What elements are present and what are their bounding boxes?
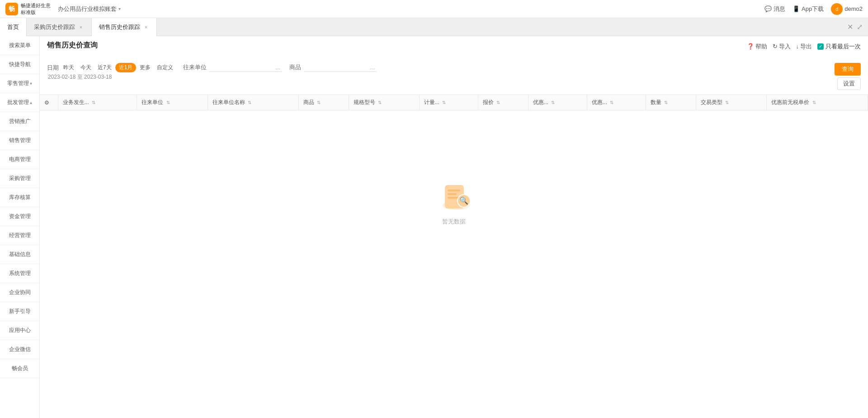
- empty-state: 🔍 暂无数据: [40, 110, 868, 291]
- col-biz-date[interactable]: 业务发生... ⇅: [58, 95, 137, 110]
- table-container: ⚙ 业务发生... ⇅ 往来单位 ⇅ 往来单位名称 ⇅: [40, 95, 868, 418]
- sidebar-item-retail-mgmt[interactable]: 零售管理 ▾: [0, 74, 39, 93]
- svg-rect-4: [448, 197, 458, 199]
- supplier-dots[interactable]: ...: [275, 64, 280, 71]
- download-icon: 📱: [793, 5, 800, 12]
- content-area: 销售历史价查询 ❓ 帮助 ↻ 导入 ↓ 导出 ✓: [40, 36, 868, 418]
- settings-button[interactable]: 设置: [837, 77, 861, 90]
- date-btn-7days[interactable]: 近7天: [95, 63, 114, 72]
- user-btn[interactable]: d demo2: [831, 3, 863, 15]
- sidebar-item-operations[interactable]: 经营管理: [0, 226, 39, 245]
- sort-arrows-product: ⇅: [317, 100, 321, 105]
- chevron-down-icon: ▾: [118, 6, 121, 11]
- col-partner-name[interactable]: 往来单位名称 ⇅: [208, 95, 298, 110]
- sidebar-item-new-guide[interactable]: 新手引导: [0, 302, 39, 321]
- sidebar-item-basic-info[interactable]: 基础信息: [0, 245, 39, 264]
- col-discount2[interactable]: 优惠... ⇅: [587, 95, 646, 110]
- empty-icon: 🔍: [436, 176, 472, 212]
- date-range-text: 2023-02-18 至 2023-03-18: [48, 73, 112, 81]
- sidebar-item-search-menu[interactable]: 搜索菜单: [0, 36, 39, 55]
- col-partner-code[interactable]: 往来单位 ⇅: [137, 95, 208, 110]
- product-input[interactable]: [306, 64, 369, 71]
- col-discount1[interactable]: 优惠... ⇅: [528, 95, 587, 110]
- import-icon: ↻: [773, 43, 778, 50]
- avatar: d: [831, 3, 843, 15]
- sidebar-item-marketing[interactable]: 营销推广: [0, 112, 39, 131]
- sort-arrows-unit: ⇅: [442, 100, 446, 105]
- tab-sales-history[interactable]: 销售历史价跟踪 ×: [92, 18, 157, 36]
- tab-bar-actions: ✕ ⤢: [847, 23, 868, 31]
- page-title: 销售历史价查询: [47, 41, 98, 50]
- top-bar-right: 💬 消息 📱 App下载 d demo2: [764, 3, 863, 15]
- date-btn-yesterday[interactable]: 昨天: [61, 63, 77, 72]
- sidebar-item-vip[interactable]: 畅会员: [0, 359, 39, 378]
- import-btn[interactable]: ↻ 导入: [773, 43, 791, 51]
- sidebar-item-quick-nav[interactable]: 快捷导航: [0, 55, 39, 74]
- sidebar-item-purchase-mgmt[interactable]: 采购管理: [0, 169, 39, 188]
- chevron-down-icon: ▾: [30, 81, 32, 86]
- col-spec[interactable]: 规格型号 ⇅: [349, 95, 419, 110]
- col-product[interactable]: 商品 ⇅: [298, 95, 349, 110]
- logo-area: 畅 畅捷通好生意 标准版: [5, 2, 51, 15]
- export-btn[interactable]: ↓ 导出: [796, 43, 812, 51]
- top-bar-left: 畅 畅捷通好生意 标准版 办公用品行业模拟账套 ▾: [5, 2, 124, 15]
- sort-arrows-biz-date: ⇅: [92, 100, 95, 105]
- col-trade-type[interactable]: 交易类型 ⇅: [696, 95, 767, 110]
- export-icon: ↓: [796, 43, 799, 50]
- sort-arrows-spec: ⇅: [378, 100, 382, 105]
- svg-rect-3: [448, 193, 457, 195]
- only-last-checkbox-label[interactable]: ✓ 只看最后一次: [817, 43, 861, 51]
- supplier-filter-section: 往来单位 ...: [183, 63, 282, 72]
- sort-arrows-discount2: ⇅: [610, 100, 613, 105]
- sidebar-item-enterprise-wechat[interactable]: 企业微信: [0, 340, 39, 359]
- close-window-icon[interactable]: ✕: [847, 23, 853, 31]
- sort-arrows-qty: ⇅: [664, 100, 668, 105]
- sidebar-item-app-center[interactable]: 应用中心: [0, 321, 39, 340]
- sidebar-item-wholesale-mgmt[interactable]: 批发管理 ▴: [0, 93, 39, 112]
- sort-arrows-price: ⇅: [496, 100, 500, 105]
- main-layout: 搜索菜单 快捷导航 零售管理 ▾ 批发管理 ▴ 营销推广 销售管理 电商管理 采…: [0, 36, 868, 418]
- logo-icon: 畅: [5, 3, 18, 15]
- empty-text: 暂无数据: [442, 218, 466, 226]
- close-sales-tab-icon[interactable]: ×: [143, 24, 149, 30]
- sidebar-item-inventory[interactable]: 库存核算: [0, 188, 39, 207]
- date-btn-more[interactable]: 更多: [137, 63, 153, 72]
- message-icon: 💬: [764, 5, 772, 12]
- date-row1: 日期 昨天 今天 近7天 近1月 更多 自定义: [47, 63, 176, 72]
- date-buttons: 昨天 今天 近7天 近1月 更多 自定义: [61, 63, 176, 72]
- product-input-group: ...: [304, 63, 377, 72]
- date-btn-today[interactable]: 今天: [78, 63, 94, 72]
- sidebar-item-sales-mgmt[interactable]: 销售管理: [0, 131, 39, 150]
- data-table: ⚙ 业务发生... ⇅ 往来单位 ⇅ 往来单位名称 ⇅: [40, 95, 868, 110]
- close-purchase-tab-icon[interactable]: ×: [78, 24, 84, 30]
- col-unit[interactable]: 计量... ⇅: [419, 95, 478, 110]
- gear-icon[interactable]: ⚙: [44, 100, 49, 106]
- sort-arrows-partner-name: ⇅: [248, 100, 251, 105]
- date-btn-1month[interactable]: 近1月: [115, 63, 137, 72]
- tab-purchase-history[interactable]: 采购历史价跟踪 ×: [27, 18, 92, 36]
- checkbox-teal: ✓: [817, 43, 824, 50]
- date-btn-custom[interactable]: 自定义: [154, 63, 176, 72]
- product-dots[interactable]: ...: [370, 64, 375, 71]
- app-selector[interactable]: 办公用品行业模拟账套 ▾: [54, 3, 124, 15]
- sidebar: 搜索菜单 快捷导航 零售管理 ▾ 批发管理 ▴ 营销推广 销售管理 电商管理 采…: [0, 36, 40, 418]
- filter-btns: 查询 设置: [835, 63, 861, 90]
- col-pretax-price[interactable]: 优惠前无税单价 ⇅: [767, 95, 868, 110]
- tab-home[interactable]: 首页: [0, 18, 27, 36]
- help-btn[interactable]: ❓ 帮助: [747, 43, 767, 51]
- app-download-btn[interactable]: 📱 App下载: [793, 5, 824, 13]
- page-header-container: 销售历史价查询 ❓ 帮助 ↻ 导入 ↓ 导出 ✓: [40, 36, 868, 95]
- message-btn[interactable]: 💬 消息: [764, 5, 785, 13]
- col-qty[interactable]: 数量 ⇅: [646, 95, 696, 110]
- col-gear[interactable]: ⚙: [40, 95, 58, 110]
- svg-rect-2: [448, 190, 460, 191]
- sidebar-item-enterprise-collab[interactable]: 企业协同: [0, 283, 39, 302]
- supplier-input[interactable]: [211, 64, 274, 71]
- sidebar-item-ecommerce[interactable]: 电商管理: [0, 150, 39, 169]
- sidebar-item-finance[interactable]: 资金管理: [0, 207, 39, 226]
- query-button[interactable]: 查询: [835, 63, 861, 76]
- sidebar-item-system-mgmt[interactable]: 系统管理: [0, 264, 39, 283]
- maximize-icon[interactable]: ⤢: [857, 23, 863, 31]
- logo-text: 畅捷通好生意 标准版: [21, 2, 51, 15]
- col-price[interactable]: 报价 ⇅: [478, 95, 528, 110]
